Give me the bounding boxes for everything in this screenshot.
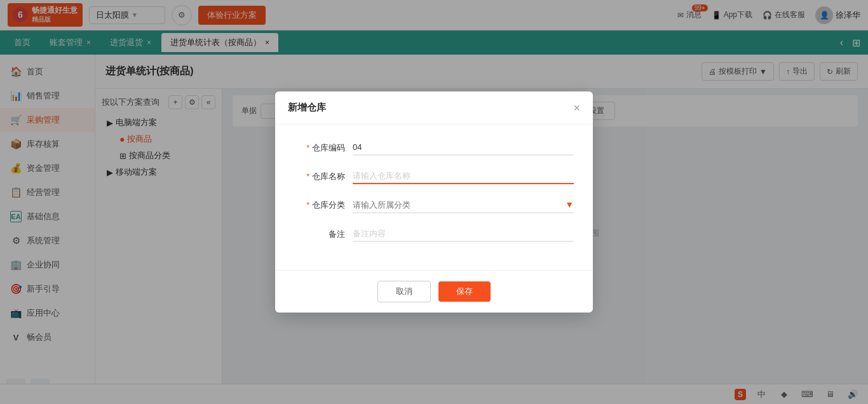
cancel-button[interactable]: 取消	[377, 281, 431, 302]
modal-close-button[interactable]: ×	[573, 102, 580, 114]
remark-label: 备注	[294, 229, 345, 240]
modal-overlay[interactable]: 新增仓库 × 仓库编码 仓库名称 仓库分类	[0, 0, 868, 404]
name-input[interactable]	[353, 168, 574, 184]
modal-new-warehouse: 新增仓库 × 仓库编码 仓库名称 仓库分类	[275, 91, 593, 313]
remark-input[interactable]	[353, 226, 574, 242]
code-label: 仓库编码	[294, 142, 345, 154]
save-button[interactable]: 保存	[438, 281, 491, 302]
code-input[interactable]	[353, 140, 574, 156]
category-dropdown-icon: ▼	[565, 199, 574, 210]
form-row-code: 仓库编码	[294, 140, 574, 156]
category-label: 仓库分类	[294, 199, 345, 211]
category-select-wrap[interactable]: ▼	[353, 197, 574, 213]
form-row-name: 仓库名称	[294, 168, 574, 184]
modal-body: 仓库编码 仓库名称 仓库分类 ▼	[275, 125, 593, 270]
category-select-input[interactable]	[353, 200, 565, 210]
modal-footer: 取消 保存	[275, 270, 593, 313]
modal-title: 新增仓库	[288, 102, 326, 114]
form-row-category: 仓库分类 ▼	[294, 197, 574, 213]
form-row-remark: 备注	[294, 226, 574, 242]
name-label: 仓库名称	[294, 171, 345, 182]
modal-header: 新增仓库 ×	[275, 91, 593, 125]
